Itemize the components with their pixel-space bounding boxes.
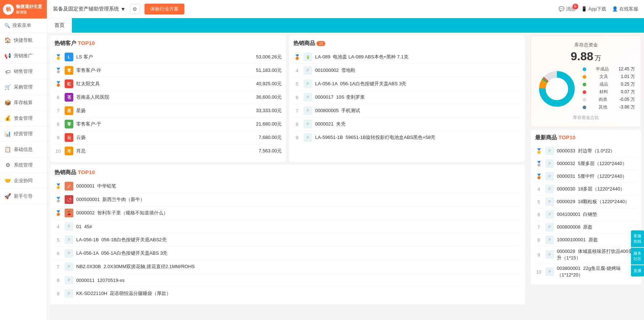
product-img-hpr-5: P <box>303 106 312 115</box>
customer-value-7: 7,680.00元 <box>258 134 282 141</box>
rank-num-hpr-5: 7 <box>293 108 301 114</box>
rank-num-4: 6 <box>54 95 62 100</box>
customer-avatar-7: 云 <box>65 133 73 142</box>
nav-tabs: 首页 <box>47 18 644 33</box>
product-img-hp-4: P <box>65 222 73 231</box>
service-icon: 👤 <box>612 6 618 12</box>
rank-medal-hp-1: 🥇 <box>54 182 62 190</box>
customer-name-4: 苍南县人民医院 <box>76 94 253 100</box>
np-name-7: 000800008 原盔 <box>557 224 637 230</box>
np-item-8: 8 P 10000100001 原盔 <box>535 234 637 246</box>
sidebar-item-label: 营销推广 <box>14 53 33 59</box>
hp-item-7: 7 P NB2.0X30B 2.0X30MM双搓花轴,搓花直径2.1MM/ROH… <box>54 260 521 274</box>
float-service-community[interactable]: 服务社区 <box>631 248 644 264</box>
sidebar-item-label: 快捷导航 <box>14 37 33 44</box>
hpr-name-3: LA-056-1A 056-1A白色按键开关盖ABS 3壳 <box>315 81 521 87</box>
np-item-10: 10 P 003800001 22g鱼豆腐-烧烤味（1*12*20） <box>535 263 637 280</box>
legend-value-5: -0.05 万 <box>619 97 635 103</box>
system-title-dropdown[interactable]: 装备及固定资产辅助管理系统 ▼ <box>53 6 126 12</box>
customer-name-6: 零售客户-于 <box>76 121 253 127</box>
sidebar-item-collab[interactable]: 🤝 企业协同 <box>0 173 47 189</box>
message-button[interactable]: 💬 消息 6 <box>559 6 575 12</box>
app-download-label: App下载 <box>588 6 606 12</box>
search-menu[interactable]: 🔍 搜索菜单 <box>0 19 47 33</box>
tab-home[interactable]: 首页 <box>47 18 72 33</box>
online-service-button[interactable]: 👤 在线客服 <box>612 6 638 12</box>
sidebar-item-guide[interactable]: 🚀 新手引导 <box>0 189 47 204</box>
logo-icon: 畅 <box>3 4 14 15</box>
hot-products-right-list: 🥉 🔋 LA-089 电池盖 LA-089 ABS本色+黑种 7.1克 4 P … <box>293 50 521 144</box>
purchase-icon: 🛒 <box>4 84 11 90</box>
product-img-hp-8: P <box>65 276 73 284</box>
settings-button[interactable]: ⚙ <box>130 4 140 14</box>
np-rank-7: 7 <box>535 225 542 230</box>
service-label: 在线客服 <box>619 6 638 12</box>
np-name-6: 004100001 白钢垫 <box>557 211 637 218</box>
hp-name-2: 000500001 新西兰牛肉（新牛） <box>76 196 521 203</box>
topbar: 装备及固定资产辅助管理系统 ▼ ⚙ 体验行业方案 💬 消息 6 📱 App下载 … <box>47 0 644 18</box>
guide-icon: 🚀 <box>4 193 11 200</box>
rank-num-hpr-6: 8 <box>293 122 301 127</box>
float-service-live[interactable]: 直播 <box>631 265 644 276</box>
np-item-2: 🥈 P 0000032 5厘多层（1220*2440） <box>535 157 637 170</box>
rank-num-hp-9: 9 <box>54 291 62 296</box>
hot-products-right-card: 热销商品 22 🥉 🔋 LA-089 电池盖 LA-089 ABS本色+黑种 7… <box>289 36 525 162</box>
hpr-name-4: 0000017 10S 变刹罗浆 <box>315 94 521 100</box>
home-icon: 🏠 <box>4 37 11 44</box>
sidebar-item-marketing[interactable]: 📢 营销推广 <box>0 48 47 64</box>
stock-legend: 半成品 12.45 万 文具 1.01 万 成品 0.25 万 <box>583 66 635 112</box>
np-img-4: P <box>545 185 554 193</box>
sidebar-item-basic-info[interactable]: 📋 基础信息 <box>0 142 47 157</box>
hot-products-card: 热销商品 TOP10 🥇 🖊 0000001 中华铅笔 🥈 🥩 00050000… <box>50 165 525 304</box>
float-service: 客服热线 服务社区 直播 <box>631 230 644 276</box>
hpr-name-1: LA-089 电池盖 LA-089 ABS本色+黑种 7.1克 <box>315 54 521 60</box>
legend-value-1: 12.45 万 <box>619 66 635 72</box>
sales-icon: 🏷 <box>4 68 11 75</box>
sidebar-item-label: 基础信息 <box>14 146 33 153</box>
sidebar-item-purchase[interactable]: 🛒 采购管理 <box>0 79 47 95</box>
rank-num-hp-4: 4 <box>54 224 62 229</box>
hot-customers-list: 🥇 L LS 客户 53,006.26元 🥈 零 零售客户-许 51,183.0… <box>54 50 282 157</box>
inventory-icon: 📦 <box>4 99 11 106</box>
customer-name-7: 云扬 <box>76 134 256 141</box>
sidebar-item-system[interactable]: ⚙ 系统管理 <box>0 157 47 173</box>
np-item-5: 5 P 0000029 18颗粒板（1220*2440） <box>535 196 637 208</box>
system-icon: ⚙ <box>4 162 11 168</box>
customer-avatar-8: 肖 <box>65 147 73 155</box>
legend-dot-2 <box>583 75 586 79</box>
hot-products-title: 热销商品 TOP10 <box>54 169 521 176</box>
top-two-col: 热销客户 TOP10 🥇 L LS 客户 53,006.26元 🥈 零 零 <box>50 36 525 162</box>
np-rank-10: 10 <box>535 269 542 275</box>
product-img-hp-9: P <box>65 289 73 298</box>
product-img-hpr-3: P <box>303 79 312 88</box>
legend-label-1: 半成品 <box>588 66 616 72</box>
rank-num-hpr-4: 6 <box>293 95 301 100</box>
rank-num-hpr-2: 4 <box>293 68 301 73</box>
sidebar-item-finance[interactable]: 💰 资金管理 <box>0 111 47 126</box>
np-img-9: P <box>545 250 554 259</box>
page-body: 热销客户 TOP10 🥇 L LS 客户 53,006.26元 🥈 零 零 <box>47 33 644 320</box>
rank-num-6: 8 <box>54 122 62 127</box>
sidebar-item-operations[interactable]: 📊 经营管理 <box>0 126 47 142</box>
hpr-item-2: 4 P 001000002 雪地鞋 <box>293 64 521 77</box>
marketing-icon: 📢 <box>4 53 11 59</box>
np-img-7: P <box>545 223 554 231</box>
sidebar-item-sales[interactable]: 🏷 销售管理 <box>0 64 47 79</box>
np-medal-2: 🥈 <box>535 160 542 167</box>
float-service-hotline[interactable]: 客服热线 <box>631 230 644 247</box>
sidebar-logo: 畅 畅捷通好生意 标准版 <box>0 0 47 19</box>
experience-btn[interactable]: 体验行业方案 <box>144 4 184 15</box>
legend-item-6: 其他 -3.86 万 <box>583 104 635 110</box>
sidebar-item-quick-nav[interactable]: 🏠 快捷导航 <box>0 33 47 48</box>
hp-item-6: 6 P LA-056-1A 056-1A白色按键开关盖ABS 3壳 <box>54 247 521 260</box>
np-img-5: P <box>545 197 554 206</box>
legend-item-5: 肉类 -0.05 万 <box>583 97 635 103</box>
hpr-name-5: 000800005 手机测试 <box>315 107 521 114</box>
customer-value-4: 36,600.00元 <box>256 94 282 100</box>
app-download-button[interactable]: 📱 App下载 <box>581 6 606 12</box>
sidebar-item-inventory[interactable]: 📦 库存核算 <box>0 95 47 111</box>
hp-name-4: 01 45# <box>76 224 521 229</box>
legend-dot-5 <box>583 98 586 102</box>
tab-home-label: 首页 <box>54 22 65 29</box>
hpr-name-7: LA-59651-1B 59651-1B旋转投影灯电池盒ABS黑色+58壳 <box>315 134 521 141</box>
